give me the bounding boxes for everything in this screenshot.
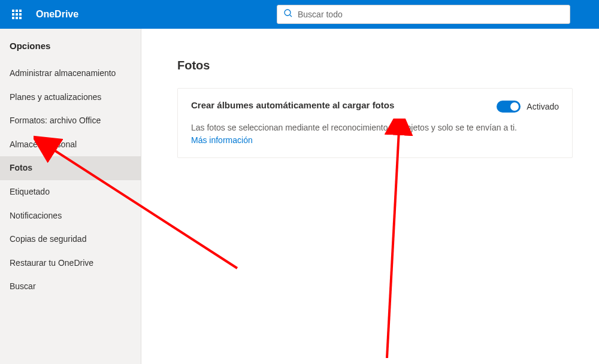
sidebar-item-photos[interactable]: Fotos xyxy=(0,156,141,180)
sidebar-item-manage-storage[interactable]: Administrar almacenamiento xyxy=(0,62,141,86)
toggle-state-label: Activado xyxy=(527,102,559,111)
setting-description: Las fotos se seleccionan mediante el rec… xyxy=(191,122,559,134)
search-container xyxy=(277,5,570,24)
sidebar-item-label: Planes y actualizaciones xyxy=(10,92,101,102)
sidebar-item-label: Notificaciones xyxy=(10,211,62,220)
sidebar-item-personal-vault[interactable]: Almacén personal xyxy=(0,133,141,157)
search-icon xyxy=(283,8,293,20)
sidebar-item-backups[interactable]: Copias de seguridad xyxy=(0,228,141,251)
sidebar: Opciones Administrar almacenamiento Plan… xyxy=(0,29,141,364)
sidebar-title: Opciones xyxy=(0,37,141,62)
sidebar-item-office-formats[interactable]: Formatos: archivo Office xyxy=(0,109,141,133)
sidebar-item-label: Restaurar tu OneDrive xyxy=(10,258,93,268)
sidebar-item-notifications[interactable]: Notificaciones xyxy=(0,204,141,228)
sidebar-item-label: Administrar almacenamiento xyxy=(10,68,116,78)
setting-label: Crear álbumes automáticamente al cargar … xyxy=(191,99,394,111)
waffle-icon xyxy=(12,10,22,19)
sidebar-item-label: Formatos: archivo Office xyxy=(10,116,101,125)
sidebar-item-label: Almacén personal xyxy=(10,139,77,149)
sidebar-item-plans[interactable]: Planes y actualizaciones xyxy=(0,86,141,110)
svg-line-1 xyxy=(290,15,292,17)
setting-card-auto-albums: Crear álbumes automáticamente al cargar … xyxy=(177,88,573,158)
sidebar-item-search[interactable]: Buscar xyxy=(0,275,141,299)
svg-line-3 xyxy=(387,131,399,358)
app-launcher-button[interactable] xyxy=(5,2,29,26)
search-box[interactable] xyxy=(277,5,570,24)
main-content: Fotos Crear álbumes automáticamente al c… xyxy=(141,29,599,364)
more-info-link[interactable]: Más información xyxy=(191,135,253,145)
app-header: OneDrive xyxy=(0,0,599,29)
sidebar-item-label: Buscar xyxy=(10,281,36,291)
sidebar-item-restore[interactable]: Restaurar tu OneDrive xyxy=(0,251,141,275)
toggle-knob xyxy=(510,102,519,111)
toggle-group: Activado xyxy=(497,101,559,113)
search-input[interactable] xyxy=(298,10,564,19)
page-title: Fotos xyxy=(177,59,599,72)
svg-point-0 xyxy=(285,10,291,16)
sidebar-item-tagging[interactable]: Etiquetado xyxy=(0,180,141,204)
auto-albums-toggle[interactable] xyxy=(497,101,521,113)
sidebar-item-label: Copias de seguridad xyxy=(10,234,86,244)
sidebar-item-label: Etiquetado xyxy=(10,187,50,196)
app-title: OneDrive xyxy=(36,9,78,20)
sidebar-item-label: Fotos xyxy=(10,163,32,172)
